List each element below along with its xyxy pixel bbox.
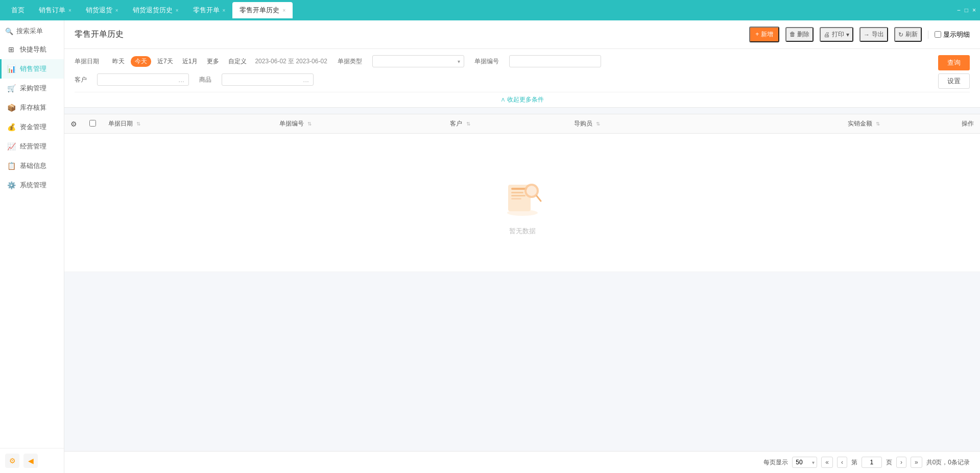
sidebar-item-basic-info[interactable]: 📋 基础信息 <box>0 156 64 176</box>
tab-sales-order[interactable]: 销售订单 × <box>32 2 79 18</box>
export-button[interactable]: → 导出 <box>859 27 888 42</box>
print-button[interactable]: 🖨 打印 ▾ <box>820 27 853 42</box>
page-label: 第 <box>851 458 857 467</box>
page-size-select-wrap: 10 20 50 100 <box>792 457 817 468</box>
filter-row-2: 客户 ... 商品 ... <box>75 73 938 86</box>
sidebar-item-inventory[interactable]: 📦 库存核算 <box>0 98 64 117</box>
th-doc-num-sort-icon[interactable]: ⇅ <box>307 121 312 127</box>
minimize-btn[interactable]: − <box>957 7 961 14</box>
date-range-display: 2023-06-02 至 2023-06-02 <box>255 57 327 66</box>
th-guide-sort-icon[interactable]: ⇅ <box>596 121 600 127</box>
page-number-input[interactable] <box>862 457 882 468</box>
quick-nav-icon: ⊞ <box>7 45 16 54</box>
filter-date-options: 昨天 今天 近7天 近1月 更多 自定义 2023-06-02 至 2023-0… <box>109 56 327 67</box>
inventory-icon: 📦 <box>7 103 16 112</box>
th-amount-label: 实销金额 <box>848 120 872 127</box>
tab-retail-open-label: 零售开单 <box>193 6 220 15</box>
sidebar-item-sales-mgmt[interactable]: 📊 销售管理 <box>0 59 64 79</box>
customer-input[interactable] <box>102 76 178 83</box>
close-btn[interactable]: × <box>972 7 976 14</box>
system-icon: ⚙️ <box>7 181 16 190</box>
display-detail-toggle[interactable]: 显示明细 <box>935 30 970 39</box>
maximize-btn[interactable]: □ <box>965 7 968 14</box>
select-all-checkbox[interactable] <box>89 120 96 127</box>
th-amount: 实销金额 ⇅ <box>715 114 886 134</box>
page-label2: 页 <box>886 458 892 467</box>
date-btn-custom[interactable]: 自定义 <box>225 56 250 67</box>
delete-button[interactable]: 🗑 删除 <box>785 27 814 42</box>
prev-page-btn[interactable]: ‹ <box>837 457 847 468</box>
last-page-btn[interactable]: » <box>911 457 922 468</box>
th-actions-label: 操作 <box>962 120 974 127</box>
svg-rect-5 <box>511 198 521 200</box>
tab-sales-return-close[interactable]: × <box>115 8 118 13</box>
collapse-sidebar-btn[interactable]: ◀ <box>23 454 38 468</box>
sidebar-item-label-inventory: 库存核算 <box>20 103 46 112</box>
empty-state: 暂无数据 <box>70 139 974 266</box>
tab-home[interactable]: 首页 <box>4 2 32 18</box>
search-icon: 🔍 <box>5 28 13 35</box>
sidebar-item-finance[interactable]: 💰 资金管理 <box>0 117 64 137</box>
th-actions: 操作 <box>886 114 980 134</box>
first-page-btn[interactable]: « <box>821 457 833 468</box>
customer-dots-btn[interactable]: ... <box>178 76 184 84</box>
print-icon: 🖨 <box>824 31 830 38</box>
tab-retail-open-history[interactable]: 零售开单历史 × <box>232 2 293 18</box>
refresh-button[interactable]: ↻ 刷新 <box>894 27 922 42</box>
next-page-btn[interactable]: › <box>896 457 906 468</box>
sidebar-item-operations[interactable]: 📈 经营管理 <box>0 137 64 156</box>
doc-type-select[interactable] <box>372 55 464 67</box>
doc-num-input[interactable] <box>509 55 601 67</box>
tab-sales-return-history[interactable]: 销货退货历史 × <box>126 2 186 18</box>
sales-mgmt-icon: 📊 <box>7 64 16 73</box>
column-settings-icon[interactable]: ⚙ <box>70 120 77 128</box>
sidebar-item-quick-nav[interactable]: ⊞ 快捷导航 <box>0 40 64 59</box>
date-btn-more[interactable]: 更多 <box>204 56 222 67</box>
refresh-label: 刷新 <box>905 30 918 39</box>
date-btn-last-month[interactable]: 近1月 <box>179 56 201 67</box>
query-button[interactable]: 查询 <box>938 55 970 70</box>
collapse-bar[interactable]: ∧ 收起更多条件 <box>75 92 970 107</box>
th-guide: 导购员 ⇅ <box>568 114 715 134</box>
th-checkbox <box>83 114 102 134</box>
tab-sales-return-label: 销货退货 <box>86 6 112 15</box>
page-size-select[interactable]: 10 20 50 100 <box>792 457 817 468</box>
tab-sales-return-history-close[interactable]: × <box>176 8 179 13</box>
sidebar-item-label-quick-nav: 快捷导航 <box>20 45 46 54</box>
sidebar-item-purchase-mgmt[interactable]: 🛒 采购管理 <box>0 79 64 98</box>
filter-settings-button[interactable]: 设置 <box>938 73 970 89</box>
tab-sales-return[interactable]: 销货退货 × <box>79 2 126 18</box>
th-date-sort-icon[interactable]: ⇅ <box>136 121 140 127</box>
tab-retail-open-close[interactable]: × <box>223 8 226 13</box>
date-btn-today[interactable]: 今天 <box>131 56 151 67</box>
th-customer-label: 客户 <box>450 120 462 127</box>
empty-text: 暂无数据 <box>509 227 536 236</box>
customer-label: 客户 <box>75 76 87 84</box>
sidebar-search[interactable]: 🔍 搜索采单 <box>0 20 64 40</box>
table-body: 暂无数据 <box>64 134 980 272</box>
th-customer-sort-icon[interactable]: ⇅ <box>466 121 470 127</box>
window-controls: − □ × <box>957 7 976 14</box>
sidebar-item-system[interactable]: ⚙️ 系统管理 <box>0 176 64 195</box>
finance-icon: 💰 <box>7 122 16 132</box>
product-dots-btn[interactable]: ... <box>303 76 309 84</box>
tab-retail-open[interactable]: 零售开单 × <box>186 2 233 18</box>
product-input[interactable] <box>226 76 303 83</box>
empty-illustration <box>497 169 548 220</box>
tab-sales-order-close[interactable]: × <box>68 8 71 13</box>
th-settings: ⚙ <box>64 114 83 134</box>
product-input-wrap[interactable]: ... <box>222 73 314 86</box>
settings-bottom-btn[interactable]: ⚙ <box>5 454 19 468</box>
page-title: 零售开单历史 <box>75 29 124 40</box>
th-amount-sort-icon[interactable]: ⇅ <box>876 121 880 127</box>
customer-input-wrap[interactable]: ... <box>97 73 189 86</box>
empty-state-cell: 暂无数据 <box>64 134 980 272</box>
date-btn-last7[interactable]: 近7天 <box>154 56 176 67</box>
date-btn-yesterday[interactable]: 昨天 <box>109 56 128 67</box>
display-detail-checkbox[interactable] <box>935 31 941 38</box>
th-customer: 客户 ⇅ <box>444 114 568 134</box>
export-icon: → <box>864 31 870 38</box>
tab-retail-open-history-close[interactable]: × <box>282 8 285 13</box>
add-button[interactable]: + 新增 <box>749 27 779 42</box>
th-guide-label: 导购员 <box>574 120 592 127</box>
